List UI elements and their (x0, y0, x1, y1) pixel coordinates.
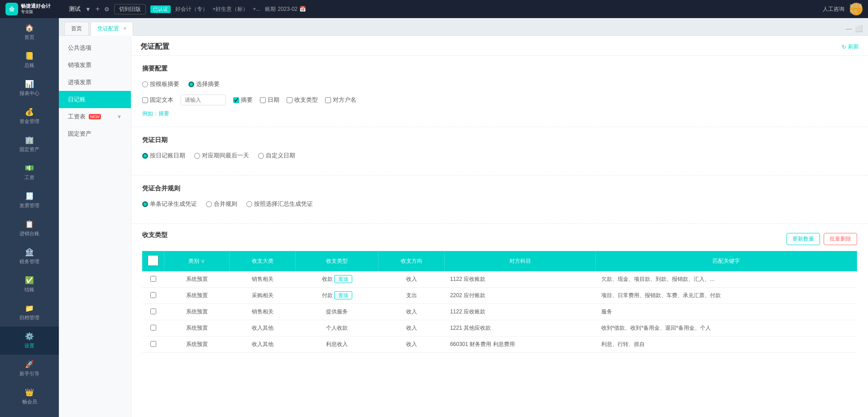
table-row: 系统预置 销售相关 提供服务 收入 1122 应收账款 服务 (142, 304, 857, 320)
cell-big-cat-3: 销售相关 (230, 304, 296, 320)
archive-icon: 📁 (25, 304, 34, 313)
cell-type-1: 收款 置顶 (296, 271, 379, 288)
sidebar-item-settings[interactable]: ⚙️ 设置 (0, 327, 59, 355)
radio-daily-date-input[interactable] (142, 153, 148, 159)
left-nav-fixed-assets-config[interactable]: 固定资产 (59, 125, 131, 142)
left-nav-purchase-invoice[interactable]: 进项发票 (59, 74, 131, 91)
topbar: 会 畅捷通好会计 专业版 测试 ▼ + ⚙ 切到旧版 已认证 好会计（专） +好… (0, 0, 868, 18)
tab-home[interactable]: 首页 (64, 22, 89, 35)
checkbox-group: 固定文本 摘要 日期 收支类型 (142, 95, 857, 105)
company-dropdown-icon[interactable]: ▼ (85, 6, 91, 13)
sidebar-item-ledger[interactable]: 📒 总账 (0, 46, 59, 74)
sidebar-label-archive: 归档管理 (19, 314, 39, 321)
row-checkbox-1[interactable] (150, 276, 156, 282)
tabbar: 首页 凭证配置 × — ⬜ (59, 18, 868, 36)
cell-keywords-2: 项目、日常费用、报销款、车费、承兑汇票、付款 (596, 288, 857, 304)
radio-template[interactable]: 按模板摘要 (142, 80, 179, 88)
refresh-button[interactable]: ↻ 刷新 (842, 43, 859, 51)
new-badge: NEW (89, 114, 101, 119)
select-all-checkbox[interactable] (148, 255, 158, 266)
radio-select-input[interactable] (188, 81, 194, 87)
left-nav-journal[interactable]: 日记账 (59, 91, 131, 108)
sidebar-item-home[interactable]: 🏠 首页 (0, 18, 59, 46)
checkbox-fixed-text-input[interactable] (142, 97, 148, 103)
row-checkbox-5[interactable] (150, 341, 156, 347)
switch-old-version-button[interactable]: 切到旧版 (114, 4, 146, 14)
radio-summary-voucher[interactable]: 按照选择汇总生成凭证 (246, 200, 313, 208)
radio-single-input[interactable] (142, 201, 148, 207)
left-nav: 公共选项 销项发票 进项发票 日记账 工资表 NEW ▼ 固定资产 (59, 36, 131, 417)
nav-arrow-icon: ▼ (117, 114, 122, 119)
sidebar-item-invoice[interactable]: 🧾 发票管理 (0, 186, 59, 214)
minimize-button[interactable]: — (846, 25, 852, 32)
tab-close-icon[interactable]: × (123, 25, 126, 32)
table-row: 系统预置 采购相关 付款 置顶 支出 2202 应付账款 项目、日常费用、报销款… (142, 288, 857, 304)
summary-radio-group: 按模板摘要 选择摘要 (142, 80, 857, 88)
refresh-icon: ↻ (842, 44, 846, 50)
cell-direction-4: 收入 (379, 320, 445, 336)
checkbox-income-type-input[interactable] (287, 97, 293, 103)
cell-direction-3: 收入 (379, 304, 445, 320)
calendar-icon[interactable]: 📅 (299, 6, 306, 12)
fixed-text-input[interactable] (181, 95, 226, 105)
settings-icon[interactable]: ⚙ (104, 6, 110, 13)
closing-icon: ✅ (25, 276, 34, 284)
cell-keywords-1: 欠款、现金、项目款、到款、报销款、汇入、... (596, 271, 857, 288)
top-badge-2[interactable]: 置顶 (334, 291, 352, 299)
sidebar-item-member[interactable]: 👑 畅会员 (0, 383, 59, 411)
sidebar-label-ledger: 总账 (24, 62, 34, 69)
sidebar-item-archive[interactable]: 📁 归档管理 (0, 299, 59, 327)
checkbox-fixed-text[interactable]: 固定文本 (142, 96, 173, 104)
sidebar-item-fixed-assets[interactable]: 🏢 固定资产 (0, 130, 59, 158)
maximize-button[interactable]: ⬜ (855, 25, 863, 32)
th-checkbox[interactable] (142, 251, 164, 271)
left-nav-payroll-table[interactable]: 工资表 NEW ▼ (59, 108, 131, 125)
update-button[interactable]: 更新数量 (786, 233, 820, 245)
left-nav-public[interactable]: 公共选项 (59, 39, 131, 57)
fixed-assets-icon: 🏢 (25, 136, 34, 144)
top-badge-1[interactable]: 置顶 (334, 275, 352, 283)
radio-last-day-input[interactable] (194, 153, 200, 159)
row-checkbox-2[interactable] (150, 292, 156, 298)
income-expense-section: 收支类型 更新数量 批量删除 类别 ∨ 收支大类 收支类型 (131, 224, 868, 360)
th-category: 类别 ∨ (164, 251, 230, 271)
radio-merge[interactable]: 合并规则 (206, 200, 237, 208)
add-button[interactable]: + (96, 5, 100, 13)
example-text: 例如：摘要 (142, 110, 857, 118)
sidebar-item-payroll[interactable]: 💵 工资 (0, 158, 59, 186)
radio-template-input[interactable] (142, 81, 148, 87)
sidebar-item-tax[interactable]: 🏦 税务管理 (0, 242, 59, 270)
row-checkbox-4[interactable] (150, 325, 156, 331)
sidebar-item-closing[interactable]: ✅ 结账 (0, 270, 59, 299)
user-avatar[interactable]: 畅捷通旺旺 (850, 3, 863, 15)
radio-custom-date[interactable]: 自定义日期 (258, 152, 295, 160)
sidebar-item-stock[interactable]: 📋 进销台账 (0, 214, 59, 242)
period-label: 账期 2023-02 📅 (265, 5, 306, 13)
checkbox-counterparty-input[interactable] (325, 97, 331, 103)
left-nav-sales-invoice[interactable]: 销项发票 (59, 57, 131, 74)
radio-last-day[interactable]: 对应期间最后一天 (194, 152, 249, 160)
sidebar-item-fund[interactable]: 💰 资金管理 (0, 102, 59, 130)
radio-daily-date[interactable]: 按日记账日期 (142, 152, 185, 160)
row-checkbox-3[interactable] (150, 308, 156, 314)
radio-merge-input[interactable] (206, 201, 212, 207)
sidebar-label-stock: 进销台账 (19, 230, 39, 237)
checkbox-date[interactable]: 日期 (260, 96, 279, 104)
checkbox-summary[interactable]: 摘要 (233, 96, 253, 104)
checkbox-counterparty[interactable]: 对方户名 (325, 96, 356, 104)
tab-voucher-config[interactable]: 凭证配置 × (91, 22, 133, 36)
cell-direction-1: 收入 (379, 271, 445, 288)
checkbox-date-input[interactable] (260, 97, 266, 103)
payroll-icon: 💵 (25, 164, 34, 172)
radio-single[interactable]: 单条记录生成凭证 (142, 200, 197, 208)
bulk-delete-button[interactable]: 批量删除 (824, 233, 857, 245)
radio-select[interactable]: 选择摘要 (188, 80, 220, 88)
sidebar-item-guide[interactable]: 🚀 新手引导 (0, 355, 59, 383)
checkbox-summary-input[interactable] (233, 97, 239, 103)
merge-section: 凭证合并规则 单条记录生成凭证 合并规则 按照选择汇总生成凭证 (131, 175, 868, 224)
sidebar-item-report[interactable]: 📊 报表中心 (0, 74, 59, 102)
radio-custom-date-input[interactable] (258, 153, 264, 159)
checkbox-income-type[interactable]: 收支类型 (287, 96, 318, 104)
radio-summary-voucher-input[interactable] (246, 201, 252, 207)
consultant-link[interactable]: 人工咨询 (823, 5, 844, 13)
